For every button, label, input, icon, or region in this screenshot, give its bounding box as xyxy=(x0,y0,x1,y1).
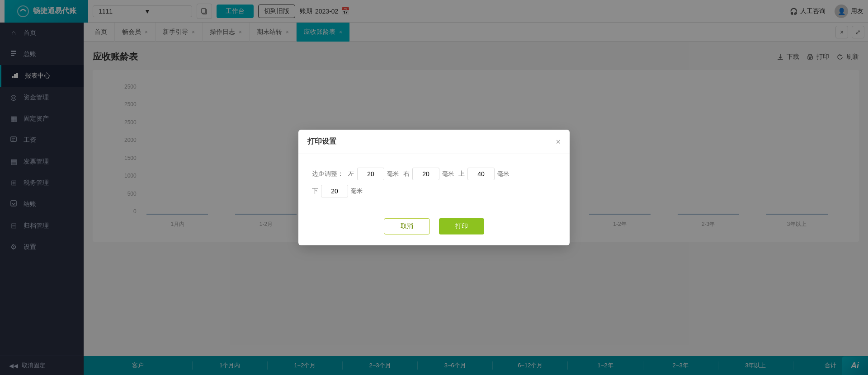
confirm-print-button[interactable]: 打印 xyxy=(439,218,484,234)
right-margin-input[interactable] xyxy=(412,168,439,180)
modal-close-button[interactable]: × xyxy=(556,138,561,146)
top-margin-group: 上 毫米 xyxy=(458,168,509,180)
unit-label-right: 毫米 xyxy=(442,170,454,178)
modal-footer: 取消 打印 xyxy=(298,211,570,245)
top-margin-input[interactable] xyxy=(467,168,495,180)
unit-label-top: 毫米 xyxy=(497,170,509,178)
modal-title: 打印设置 xyxy=(307,137,336,146)
margin-label: 边距调整： xyxy=(312,170,344,178)
top-label: 上 xyxy=(458,170,465,178)
margin-row: 边距调整： 左 毫米 右 毫米 上 毫米 下 xyxy=(312,168,556,197)
right-label: 右 xyxy=(403,170,410,178)
unit-label-bottom: 毫米 xyxy=(351,187,363,195)
left-label: 左 xyxy=(348,170,354,178)
cancel-button[interactable]: 取消 xyxy=(384,218,430,234)
modal-header: 打印设置 × xyxy=(298,130,570,154)
bottom-label: 下 xyxy=(312,187,318,195)
unit-label-left: 毫米 xyxy=(387,170,399,178)
modal-overlay: 打印设置 × 边距调整： 左 毫米 右 毫米 上 毫米 xyxy=(0,0,868,375)
right-margin-group: 右 毫米 xyxy=(403,168,454,180)
bottom-margin-group: 下 毫米 xyxy=(312,185,363,197)
print-settings-dialog: 打印设置 × 边距调整： 左 毫米 右 毫米 上 毫米 xyxy=(298,130,570,245)
left-margin-input[interactable] xyxy=(357,168,384,180)
bottom-margin-input[interactable] xyxy=(321,185,348,197)
modal-body: 边距调整： 左 毫米 右 毫米 上 毫米 下 xyxy=(298,154,570,211)
left-margin-group: 左 毫米 xyxy=(348,168,399,180)
